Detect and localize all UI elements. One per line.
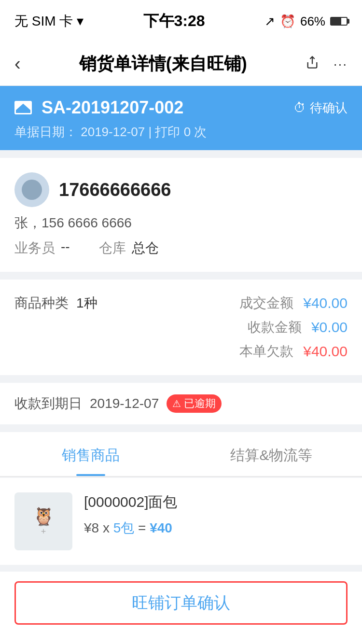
order-status: ⏱ 待确认 bbox=[293, 99, 348, 116]
status-bar: 无 SIM 卡 ▾ 下午3:28 ↗ ⏰ 66% bbox=[0, 0, 362, 42]
equals: = bbox=[134, 520, 150, 535]
product-section: 🦉 + [0000002]面包 ¥8 x 5包 = ¥40 bbox=[0, 478, 362, 565]
price-formula: ¥8 x bbox=[84, 520, 113, 535]
nav-right-actions: ··· bbox=[306, 56, 348, 72]
received-value: ¥0.00 bbox=[311, 319, 348, 336]
order-envelope-icon bbox=[14, 101, 32, 114]
deal-amount-label: 成交金额 bbox=[239, 294, 293, 312]
product-logo-owl: 🦉 bbox=[33, 506, 55, 527]
owed-label: 本单欠款 bbox=[239, 342, 293, 361]
total: ¥40 bbox=[150, 520, 172, 535]
product-count: 1种 bbox=[76, 294, 97, 312]
tab-sales-products[interactable]: 销售商品 bbox=[0, 432, 181, 476]
due-date-value: 2019-12-07 bbox=[90, 396, 159, 411]
alarm-icon: ⏰ bbox=[280, 14, 295, 29]
confirm-order-button[interactable]: 旺铺订单确认 bbox=[14, 581, 348, 625]
status-time: 下午3:28 bbox=[143, 11, 205, 32]
salesperson-meta: 业务员 -- bbox=[14, 239, 70, 257]
tabs-row: 销售商品 结算&物流等 bbox=[0, 432, 362, 477]
salesperson-value: -- bbox=[61, 239, 70, 257]
customer-name: 张，156 6666 6666 bbox=[14, 214, 348, 232]
clock-icon: ⏱ bbox=[293, 100, 306, 115]
product-type-label: 商品种类 bbox=[14, 294, 69, 312]
tabs-section: 销售商品 结算&物流等 bbox=[0, 432, 362, 477]
status-left: 无 SIM 卡 ▾ bbox=[14, 12, 84, 30]
due-date-section: 收款到期日 2019-12-07 ⚠ 已逾期 bbox=[0, 383, 362, 424]
nav-bar: ‹ 销货单详情(来自旺铺) ··· bbox=[0, 42, 362, 86]
back-button[interactable]: ‹ bbox=[14, 54, 21, 74]
order-id: SA-20191207-002 bbox=[14, 98, 183, 118]
share-icon[interactable] bbox=[306, 56, 319, 72]
customer-meta: 业务员 -- 仓库 总仓 bbox=[14, 239, 348, 257]
product-logo-plus: + bbox=[41, 527, 46, 537]
order-date-row: 单据日期： 2019-12-07 | 打印 0 次 bbox=[14, 124, 348, 140]
amount-right: 成交金额 ¥40.00 收款金额 ¥0.00 本单欠款 ¥40.00 bbox=[239, 294, 348, 361]
warehouse-label: 仓库 bbox=[99, 239, 126, 257]
warning-icon: ⚠ bbox=[172, 398, 181, 409]
product-info: [0000002]面包 ¥8 x 5包 = ¥40 bbox=[84, 492, 348, 537]
owed-row: 本单欠款 ¥40.00 bbox=[239, 342, 348, 361]
product-thumbnail: 🦉 + bbox=[14, 492, 72, 550]
amount-left: 商品种类 1种 bbox=[14, 294, 97, 312]
product-name: [0000002]面包 bbox=[84, 492, 348, 512]
salesperson-label: 业务员 bbox=[14, 239, 55, 257]
location-icon: ↗ bbox=[265, 14, 275, 29]
customer-section: 17666666666 张，156 6666 6666 业务员 -- 仓库 总仓 bbox=[0, 158, 362, 272]
status-right: ↗ ⏰ 66% bbox=[265, 14, 348, 29]
received-row: 收款金额 ¥0.00 bbox=[248, 318, 348, 336]
quantity: 5包 bbox=[113, 520, 135, 535]
deal-amount-value: ¥40.00 bbox=[303, 295, 348, 311]
product-item: 🦉 + [0000002]面包 ¥8 x 5包 = ¥40 bbox=[14, 492, 348, 550]
confirm-btn-container: 旺铺订单确认 bbox=[0, 572, 362, 644]
deal-amount-row: 成交金额 ¥40.00 bbox=[239, 294, 348, 312]
warehouse-value: 总仓 bbox=[132, 239, 159, 257]
customer-phone: 17666666666 bbox=[59, 180, 171, 200]
warehouse-meta: 仓库 总仓 bbox=[99, 239, 159, 257]
more-icon[interactable]: ··· bbox=[334, 56, 348, 72]
order-header: SA-20191207-002 ⏱ 待确认 单据日期： 2019-12-07 |… bbox=[0, 86, 362, 150]
sim-label: 无 SIM 卡 ▾ bbox=[14, 12, 84, 30]
battery-icon bbox=[330, 17, 348, 26]
avatar bbox=[14, 172, 49, 207]
tab-settlement[interactable]: 结算&物流等 bbox=[181, 432, 362, 476]
owed-value: ¥40.00 bbox=[303, 343, 348, 360]
product-price: ¥8 x 5包 = ¥40 bbox=[84, 519, 348, 537]
battery-label: 66% bbox=[300, 14, 325, 29]
due-date-label: 收款到期日 bbox=[14, 394, 82, 413]
overdue-badge: ⚠ 已逾期 bbox=[167, 394, 222, 413]
page-title: 销货单详情(来自旺铺) bbox=[79, 52, 247, 76]
amount-section: 商品种类 1种 成交金额 ¥40.00 收款金额 ¥0.00 本单欠款 ¥40.… bbox=[0, 280, 362, 375]
received-label: 收款金额 bbox=[248, 318, 302, 336]
